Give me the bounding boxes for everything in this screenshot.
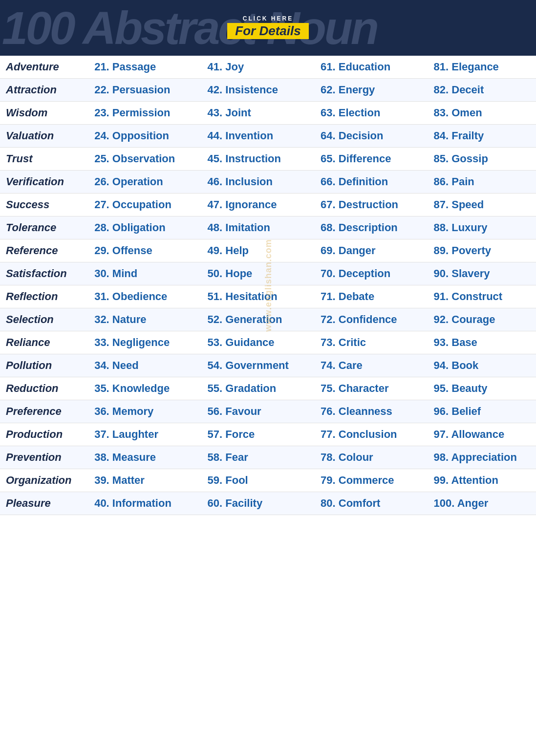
cell-row15-col1: 36. Memory [88, 400, 201, 423]
cell-row13-col1: 34. Need [88, 354, 201, 377]
table-row: Production37. Laughter57. Force77. Concl… [0, 423, 536, 446]
cell-row16-col1: 37. Laughter [88, 423, 201, 446]
cell-row18-col0: Organization [0, 469, 88, 492]
header: 100 Abstract Noun CLICK HERE For Details [0, 0, 536, 54]
table-row: Tolerance28. Obligation48. Imitation68. … [0, 216, 536, 239]
cell-row8-col3: 69. Danger [315, 239, 428, 262]
cell-row3-col3: 64. Decision [315, 125, 428, 148]
cell-row13-col2: 54. Government [202, 354, 315, 377]
cell-row4-col0: Trust [0, 148, 88, 171]
cell-row6-col3: 67. Destruction [315, 194, 428, 216]
cell-row7-col3: 68. Description [315, 216, 428, 239]
cell-row16-col4: 97. Allowance [428, 423, 536, 446]
cell-row10-col1: 31. Obedience [88, 285, 201, 308]
cell-row6-col0: Success [0, 194, 88, 216]
content-area: www.englishan.com Adventure21. Passage41… [0, 56, 536, 515]
cell-row14-col4: 95. Beauty [428, 377, 536, 400]
cell-row3-col2: 44. Invention [202, 125, 315, 148]
table-row: Reflection31. Obedience51. Hesitation71.… [0, 285, 536, 308]
table-row: Wisdom23. Permission43. Joint63. Electio… [0, 102, 536, 125]
cell-row11-col3: 72. Confidence [315, 308, 428, 331]
cell-row0-col4: 81. Elegance [428, 56, 536, 79]
cell-row9-col3: 70. Deception [315, 262, 428, 285]
cell-row6-col4: 87. Speed [428, 194, 536, 216]
cell-row14-col0: Reduction [0, 377, 88, 400]
cell-row19-col2: 60. Facility [202, 492, 315, 515]
cell-row18-col1: 39. Matter [88, 469, 201, 492]
cell-row6-col2: 47. Ignorance [202, 194, 315, 216]
cell-row11-col2: 52. Generation [202, 308, 315, 331]
cell-row4-col2: 45. Instruction [202, 148, 315, 171]
cell-row1-col4: 82. Deceit [428, 79, 536, 102]
cell-row11-col4: 92. Courage [428, 308, 536, 331]
cell-row12-col0: Reliance [0, 331, 88, 354]
cell-row9-col0: Satisfaction [0, 262, 88, 285]
cell-row1-col0: Attraction [0, 79, 88, 102]
cell-row12-col3: 73. Critic [315, 331, 428, 354]
cell-row17-col4: 98. Appreciation [428, 446, 536, 469]
cell-row6-col1: 27. Occupation [88, 194, 201, 216]
cell-row5-col0: Verification [0, 171, 88, 194]
cell-row2-col4: 83. Omen [428, 102, 536, 125]
cell-row14-col2: 55. Gradation [202, 377, 315, 400]
table-row: Preference36. Memory56. Favour76. Cleann… [0, 400, 536, 423]
cell-row9-col4: 90. Slavery [428, 262, 536, 285]
cell-row19-col1: 40. Information [88, 492, 201, 515]
cell-row17-col3: 78. Colour [315, 446, 428, 469]
table-row: Prevention38. Measure58. Fear78. Colour9… [0, 446, 536, 469]
cell-row17-col0: Prevention [0, 446, 88, 469]
cell-row8-col2: 49. Help [202, 239, 315, 262]
cell-row15-col2: 56. Favour [202, 400, 315, 423]
cell-row9-col2: 50. Hope [202, 262, 315, 285]
cell-row0-col1: 21. Passage [88, 56, 201, 79]
table-row: Pollution34. Need54. Government74. Care9… [0, 354, 536, 377]
cell-row4-col1: 25. Observation [88, 148, 201, 171]
cell-row4-col3: 65. Difference [315, 148, 428, 171]
cell-row18-col3: 79. Commerce [315, 469, 428, 492]
cell-row13-col0: Pollution [0, 354, 88, 377]
cell-row8-col1: 29. Offense [88, 239, 201, 262]
cell-row5-col4: 86. Pain [428, 171, 536, 194]
cell-row2-col3: 63. Election [315, 102, 428, 125]
cell-row15-col3: 76. Cleanness [315, 400, 428, 423]
table-row: Satisfaction30. Mind50. Hope70. Deceptio… [0, 262, 536, 285]
cell-row0-col3: 61. Education [315, 56, 428, 79]
cell-row18-col4: 99. Attention [428, 469, 536, 492]
nouns-table: Adventure21. Passage41. Joy61. Education… [0, 56, 536, 515]
table-row: Reference29. Offense49. Help69. Danger89… [0, 239, 536, 262]
cell-row7-col2: 48. Imitation [202, 216, 315, 239]
cell-row12-col1: 33. Negligence [88, 331, 201, 354]
cell-row12-col2: 53. Guidance [202, 331, 315, 354]
click-here-label: CLICK HERE [243, 15, 293, 22]
cell-row10-col4: 91. Construct [428, 285, 536, 308]
cell-row5-col2: 46. Inclusion [202, 171, 315, 194]
cell-row16-col0: Production [0, 423, 88, 446]
cell-row16-col3: 77. Conclusion [315, 423, 428, 446]
cell-row19-col0: Pleasure [0, 492, 88, 515]
table-row: Valuation24. Opposition44. Invention64. … [0, 125, 536, 148]
cell-row0-col2: 41. Joy [202, 56, 315, 79]
cell-row10-col3: 71. Debate [315, 285, 428, 308]
cell-row17-col1: 38. Measure [88, 446, 201, 469]
header-overlay: CLICK HERE For Details [0, 0, 536, 54]
table-row: Adventure21. Passage41. Joy61. Education… [0, 56, 536, 79]
cell-row5-col1: 26. Operation [88, 171, 201, 194]
cell-row2-col1: 23. Permission [88, 102, 201, 125]
cell-row16-col2: 57. Force [202, 423, 315, 446]
cell-row19-col3: 80. Comfort [315, 492, 428, 515]
header-bg-text: 100 Abstract Noun [0, 0, 377, 51]
cell-row15-col0: Preference [0, 400, 88, 423]
cell-row12-col4: 93. Base [428, 331, 536, 354]
cell-row3-col4: 84. Frailty [428, 125, 536, 148]
cell-row11-col0: Selection [0, 308, 88, 331]
cell-row13-col3: 74. Care [315, 354, 428, 377]
cell-row1-col2: 42. Insistence [202, 79, 315, 102]
cell-row14-col1: 35. Knowledge [88, 377, 201, 400]
cell-row8-col0: Reference [0, 239, 88, 262]
cell-row13-col4: 94. Book [428, 354, 536, 377]
cell-row11-col1: 32. Nature [88, 308, 201, 331]
for-details-button[interactable]: For Details [227, 23, 308, 39]
cell-row17-col2: 58. Fear [202, 446, 315, 469]
table-row: Verification26. Operation46. Inclusion66… [0, 171, 536, 194]
cell-row4-col4: 85. Gossip [428, 148, 536, 171]
